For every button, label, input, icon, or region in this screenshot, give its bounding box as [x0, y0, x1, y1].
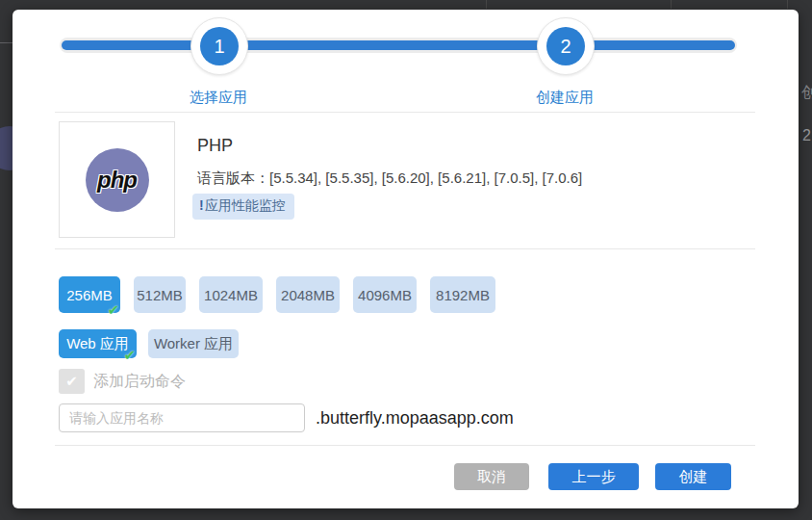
memory-option-label: 256MB [66, 287, 113, 303]
background-divider [787, 0, 788, 9]
app-versions-text: 语言版本：[5.5.34], [5.5.35], [5.6.20], [5.6.… [197, 169, 582, 188]
startup-command-label: 添加启动命令 [93, 372, 186, 392]
step-1-circle: 1 [200, 27, 239, 65]
performance-monitor-badge: !应用性能监控 [192, 194, 294, 220]
step-2-label: 创建应用 [507, 89, 622, 107]
checkbox-check-icon: ✔ [65, 373, 78, 390]
memory-option-512mb[interactable]: 512MB [134, 276, 186, 313]
php-logo-icon: php [86, 148, 149, 212]
create-button[interactable]: 创建 [655, 463, 731, 490]
background-text-fragment: 2 [802, 126, 811, 145]
app-name-row: .butterfly.mopaasapp.com [59, 403, 514, 432]
memory-option-label: 1024MB [204, 287, 258, 303]
monitor-icon: ! [199, 197, 204, 213]
memory-option-8192mb[interactable]: 8192MB [430, 276, 495, 313]
app-type-label: Web 应用 [66, 335, 129, 353]
background-text-fragment: 创 [801, 83, 812, 102]
stepper-track [60, 38, 737, 53]
selected-check-icon: ✔ [107, 301, 119, 319]
startup-command-checkbox[interactable]: ✔ [59, 369, 85, 394]
create-app-dialog: 1 2 选择应用 创建应用 php PHP 语言版本：[5.5.34], [5.… [13, 10, 799, 508]
divider [55, 112, 755, 113]
divider [55, 445, 755, 446]
step-1-label: 选择应用 [161, 89, 276, 107]
dialog-footer: 取消 上一步 创建 [13, 463, 731, 490]
background-divider [671, 0, 672, 9]
memory-option-label: 2048MB [281, 287, 335, 303]
step-2-node: 2 [537, 17, 595, 75]
step-2-circle: 2 [546, 27, 585, 65]
app-name-input[interactable] [59, 403, 305, 432]
domain-suffix-text: .butterfly.mopaasapp.com [316, 408, 514, 429]
memory-option-256mb[interactable]: 256MB ✔ [59, 276, 120, 313]
background-divider [486, 0, 487, 9]
step-1-node: 1 [190, 17, 248, 75]
memory-option-2048mb[interactable]: 2048MB [276, 276, 340, 313]
stepper-progress-bar [62, 40, 735, 50]
selected-check-icon: ✔ [123, 347, 136, 364]
previous-step-button[interactable]: 上一步 [548, 463, 639, 490]
memory-option-1024mb[interactable]: 1024MB [199, 276, 263, 313]
app-name-title: PHP [197, 136, 233, 156]
memory-option-label: 8192MB [436, 287, 490, 303]
php-logo-text: php [97, 167, 137, 194]
app-logo-card: php [59, 121, 175, 238]
memory-option-4096mb[interactable]: 4096MB [353, 276, 417, 313]
memory-option-label: 512MB [137, 287, 183, 303]
badge-label: 应用性能监控 [205, 197, 286, 213]
memory-option-label: 4096MB [358, 287, 412, 303]
app-type-label: Worker 应用 [154, 335, 233, 353]
cancel-button[interactable]: 取消 [454, 463, 529, 490]
app-type-option-worker[interactable]: Worker 应用 [148, 329, 239, 358]
divider [55, 248, 755, 249]
app-type-option-web[interactable]: Web 应用 ✔ [59, 329, 137, 358]
startup-command-row: ✔ 添加启动命令 [59, 369, 186, 394]
